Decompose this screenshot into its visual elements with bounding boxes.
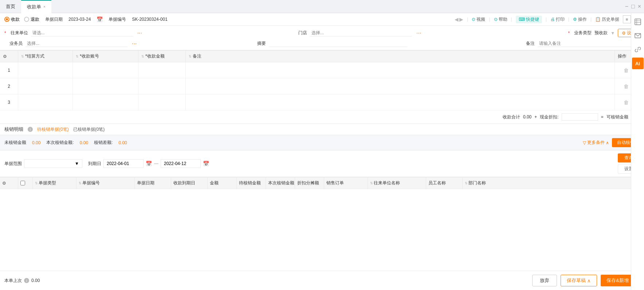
row2-account[interactable]	[73, 78, 138, 94]
right-sidebar: Ai	[631, 13, 644, 290]
verify-info-icon[interactable]: i	[28, 127, 33, 132]
bth-sort-1[interactable]: ⇅	[35, 181, 38, 185]
counterpart-input[interactable]	[31, 30, 133, 36]
date-calendar-icon[interactable]: 📅	[97, 16, 103, 22]
help-btn[interactable]: ⊙ 帮助	[494, 16, 507, 23]
summary-input[interactable]	[269, 40, 407, 47]
operation-icon: ⚙	[573, 17, 577, 22]
tab-close-icon[interactable]: ×	[43, 0, 46, 13]
done-tab[interactable]: 已核销单据(0笔)	[73, 126, 105, 133]
bth-pending-verify-label: 待核销金额	[239, 180, 261, 186]
row1-remark[interactable]	[186, 62, 615, 78]
row3-method[interactable]	[18, 94, 73, 110]
pending-tab[interactable]: 待核销单据(0笔)	[37, 126, 69, 133]
shortcut-btn[interactable]: ⌨ 快捷键	[516, 16, 542, 23]
current-verify-value: 0.00	[80, 140, 88, 145]
history-icon: 📋	[595, 17, 601, 22]
history-btn[interactable]: 📋 历史单据	[595, 16, 619, 23]
bth-sort-4[interactable]: ⇅	[465, 181, 468, 185]
row1-account[interactable]	[73, 62, 138, 78]
diff-value: 0.00	[118, 140, 127, 145]
row2-remark[interactable]	[186, 78, 615, 94]
radio-receipt[interactable]: 收款	[4, 16, 20, 23]
th-payment-label: *结算方式	[25, 53, 44, 59]
th-amount-label: *收款金额	[145, 53, 165, 59]
date-from-input[interactable]	[103, 159, 144, 168]
summary-row: 收款合计 0.00 + 现金折扣: = 可核销金额 0.00	[0, 110, 644, 124]
sidebar-link-icon[interactable]	[632, 44, 644, 55]
abandon-btn[interactable]: 放弃	[532, 275, 557, 286]
sort-icon-3[interactable]: ⇅	[141, 55, 144, 58]
row2-amount[interactable]	[138, 78, 186, 94]
biztype-dropdown-icon[interactable]: ▼	[610, 31, 615, 36]
close-btn[interactable]: ×	[638, 3, 641, 10]
range-dropdown-icon: ▼	[75, 161, 79, 166]
counterpart-more-btn[interactable]: ···	[136, 30, 144, 36]
discount-input[interactable]	[562, 113, 598, 121]
footer-info-icon[interactable]: i	[24, 278, 29, 283]
search-row: 单据范围 ▼ 到期日 📅 — 📅 查询 设置	[0, 150, 644, 177]
tab-active[interactable]: 收款单 ×	[21, 0, 51, 13]
carry-over-value: 0.00	[31, 278, 40, 283]
more-conditions-btn[interactable]: ▽ 更多条件 ∧	[583, 140, 609, 146]
notes-input[interactable]	[538, 40, 640, 47]
sidebar-email-icon[interactable]	[632, 30, 644, 42]
row3-account[interactable]	[73, 94, 138, 110]
row3-amount[interactable]	[138, 94, 186, 110]
row3-remark[interactable]	[186, 94, 615, 110]
next-arrow[interactable]: ▶	[459, 16, 463, 22]
minimize-btn[interactable]: −	[625, 3, 628, 10]
salesperson-input[interactable]	[25, 40, 127, 47]
maximize-btn[interactable]: □	[631, 3, 635, 10]
row2-method[interactable]	[18, 78, 73, 94]
tab-home[interactable]: 首页	[0, 0, 21, 13]
sep1: |	[467, 17, 468, 22]
store-more-btn[interactable]: ···	[415, 30, 423, 36]
store-label: 门店	[289, 30, 307, 36]
sort-icon-1[interactable]: ⇅	[21, 55, 24, 58]
bottom-table-gear-icon[interactable]: ⚙	[2, 181, 6, 186]
date-to-calendar-icon[interactable]: 📅	[203, 161, 209, 166]
verify-title: 核销明细	[4, 126, 23, 133]
print-icon: 🖨	[550, 17, 555, 22]
sort-icon-4[interactable]: ⇅	[189, 55, 192, 58]
row1-delete-icon[interactable]: 🗑	[624, 67, 629, 73]
ai-label: Ai	[635, 61, 640, 66]
carry-over-label: 本单上次	[4, 278, 22, 284]
bth-sales-order: 销售订单	[324, 177, 368, 189]
range-select[interactable]: ▼	[24, 159, 82, 168]
operation-btn[interactable]: ⚙ 操作	[573, 16, 587, 23]
radio-refund[interactable]: 退款	[24, 16, 39, 23]
date-from-calendar-icon[interactable]: 📅	[146, 161, 152, 166]
select-all-checkbox[interactable]	[20, 181, 25, 185]
window-controls: − □ ×	[625, 3, 644, 10]
store-input[interactable]	[310, 30, 412, 36]
row3-delete-icon[interactable]: 🗑	[624, 99, 629, 105]
prev-arrow[interactable]: ◀	[455, 16, 459, 22]
salesperson-more-btn[interactable]: ···	[130, 40, 138, 47]
history-label: 历史单据	[602, 16, 619, 23]
date-to-input[interactable]	[161, 159, 201, 168]
sidebar-table-icon[interactable]	[632, 16, 644, 28]
row2-delete-icon[interactable]: 🗑	[624, 83, 629, 89]
layout-list-btn[interactable]: ≡	[623, 15, 631, 23]
bth-due-date: 收款到期日	[171, 177, 208, 189]
table-gear-icon[interactable]: ⚙	[3, 54, 7, 59]
row1-method[interactable]	[18, 62, 73, 78]
chevron-up-icon: ∧	[606, 140, 609, 145]
date-label: 单据日期	[45, 16, 63, 23]
plus-sign: +	[534, 114, 537, 119]
row1-amount[interactable]	[138, 62, 186, 78]
row-num-3: 3	[0, 94, 18, 110]
table-header: ⚙ ⇅ *结算方式 ⇅ *收款账号 ⇅ *收款金额 ⇅ 备注 操作	[0, 50, 644, 62]
sidebar-ai-icon[interactable]: Ai	[632, 58, 644, 69]
sort-icon-2[interactable]: ⇅	[76, 55, 79, 58]
bth-sort-3[interactable]: ⇅	[370, 181, 373, 185]
video-btn[interactable]: ⊙ 视频	[472, 16, 485, 23]
print-btn[interactable]: 🖨 打印	[550, 16, 565, 23]
save-draft-btn[interactable]: 保存草稿 ∧	[561, 275, 597, 286]
bth-sort-2[interactable]: ⇅	[79, 181, 82, 185]
th-remark: ⇅ 备注	[186, 51, 615, 62]
help-icon: ⊙	[494, 17, 498, 22]
sep6: |	[590, 17, 592, 22]
